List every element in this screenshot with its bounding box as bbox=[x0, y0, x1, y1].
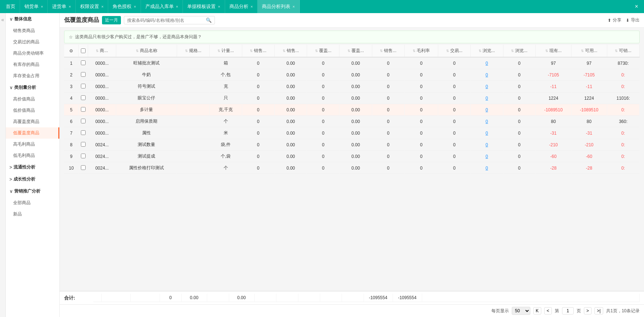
data-table-container[interactable]: ⚙ ⇅商... ⇅商品名称 ⇅规格... ⇅计量... ⇅销售... ⇅销售..… bbox=[64, 45, 640, 291]
main-layout: « ∨ 整体信息 销售类商品 交易过的商品 商品分类动销率 有库存的商品 库存资… bbox=[0, 13, 644, 317]
export-button[interactable]: ⬇ 导出 bbox=[626, 17, 640, 23]
sidebar-section-category[interactable]: ∨ 类别量分析 bbox=[6, 82, 59, 94]
row-browse1[interactable]: 0 bbox=[471, 104, 503, 116]
row-browse1[interactable]: 0 bbox=[471, 81, 503, 92]
sidebar-item-low-coverage[interactable]: 低覆盖度商品 bbox=[6, 127, 59, 139]
select-all-checkbox[interactable] bbox=[81, 48, 86, 53]
col-current-stock[interactable]: ⇅现有... bbox=[535, 45, 571, 57]
sidebar-item-in-stock[interactable]: 有库存的商品 bbox=[6, 59, 59, 70]
nav-close-permission[interactable]: × bbox=[101, 4, 103, 9]
share-button[interactable]: ⬆ 分享 bbox=[608, 17, 621, 23]
sidebar-item-new-products[interactable]: 新品 bbox=[6, 209, 59, 220]
nav-role-auth[interactable]: 角色授权 × bbox=[108, 0, 141, 13]
row-checkbox[interactable] bbox=[79, 81, 88, 92]
row-browse1[interactable]: 0 bbox=[471, 139, 503, 151]
sidebar-section-marketing[interactable]: ∨ 营销推广分析 bbox=[6, 185, 59, 197]
row-browse1[interactable]: 0 bbox=[471, 127, 503, 139]
col-browse2[interactable]: ⇅浏览... bbox=[503, 45, 535, 57]
row-browse1[interactable]: 0 bbox=[471, 116, 503, 127]
share-icon: ⬆ bbox=[608, 18, 611, 23]
nav-close-template[interactable]: × bbox=[218, 4, 220, 9]
row-checkbox[interactable] bbox=[79, 92, 88, 104]
sidebar-item-stock-capital[interactable]: 库存资金占用 bbox=[6, 70, 59, 82]
row-sales-amount: 0.00 bbox=[274, 162, 307, 174]
sidebar-section-growth[interactable]: > 成长性分析 bbox=[6, 173, 59, 185]
nav-close-analysis-list[interactable]: × bbox=[292, 4, 295, 9]
row-checkbox[interactable] bbox=[79, 57, 88, 69]
sidebar-item-high-margin[interactable]: 高毛利商品 bbox=[6, 139, 59, 150]
sidebar-item-low-value[interactable]: 低价值商品 bbox=[6, 105, 59, 116]
row-sellable: 8730: bbox=[607, 57, 639, 69]
sidebar-toggle-button[interactable]: « bbox=[0, 13, 6, 317]
per-page-select[interactable]: 50 10 20 100 bbox=[512, 307, 530, 315]
row-browse1[interactable]: 0 bbox=[471, 92, 503, 104]
search-input[interactable] bbox=[127, 18, 206, 23]
row-sales-amount: 0.00 bbox=[274, 81, 307, 92]
col-available-stock[interactable]: ⇅可用... bbox=[571, 45, 607, 57]
table-row: 2 0000... 牛奶 个,包 0 0.00 0 0.00 0 0 0 0 0… bbox=[64, 69, 640, 81]
nav-finished-goods[interactable]: 产成品入库单 × bbox=[141, 0, 183, 13]
col-browse1[interactable]: ⇅浏览... bbox=[471, 45, 503, 57]
col-cover1[interactable]: ⇅覆盖... bbox=[307, 45, 339, 57]
row-browse1[interactable]: 0 bbox=[471, 151, 503, 162]
sidebar-section-overall[interactable]: ∨ 整体信息 bbox=[6, 13, 59, 25]
col-spec[interactable]: ⇅规格... bbox=[177, 45, 209, 57]
nav-close-role[interactable]: × bbox=[134, 4, 136, 9]
row-name: 眼宝公仔 bbox=[116, 92, 177, 104]
nav-close-analysis[interactable]: × bbox=[251, 4, 253, 9]
current-page-input[interactable] bbox=[562, 307, 574, 314]
col-sales-qty[interactable]: ⇅销售... bbox=[242, 45, 274, 57]
nav-sales-order[interactable]: 销货单 × bbox=[20, 0, 48, 13]
prev-page-button[interactable]: < bbox=[544, 307, 552, 314]
col-checkbox-all[interactable] bbox=[79, 45, 88, 57]
sidebar-section-liquidity[interactable]: > 流通性分析 bbox=[6, 161, 59, 173]
row-code: 0000... bbox=[88, 69, 116, 81]
row-checkbox[interactable] bbox=[79, 104, 88, 116]
row-browse1[interactable]: 0 bbox=[471, 69, 503, 81]
nav-close-sales-order[interactable]: × bbox=[41, 4, 43, 9]
nav-home[interactable]: 首页 bbox=[1, 0, 20, 13]
sidebar-item-low-margin[interactable]: 低毛利商品 bbox=[6, 150, 59, 161]
nav-product-analysis-list[interactable]: 商品分析列表 × bbox=[258, 0, 299, 13]
row-checkbox[interactable] bbox=[79, 69, 88, 81]
col-code[interactable]: ⇅商... bbox=[88, 45, 116, 57]
page-word: 页 bbox=[577, 308, 581, 314]
sidebar-item-traded-products[interactable]: 交易过的商品 bbox=[6, 36, 59, 48]
sidebar-item-sales-products[interactable]: 销售类商品 bbox=[6, 25, 59, 36]
last-page-button[interactable]: >| bbox=[594, 307, 603, 314]
nav-purchase-order[interactable]: 进货单 × bbox=[48, 0, 75, 13]
nav-permission[interactable]: 权限设置 × bbox=[76, 0, 108, 13]
window-close-button[interactable]: × bbox=[631, 0, 643, 13]
nav-close-purchase[interactable]: × bbox=[68, 4, 71, 9]
first-page-button[interactable]: K bbox=[533, 307, 541, 314]
col-sales3[interactable]: ⇅销售... bbox=[372, 45, 404, 57]
nav-close-finished[interactable]: × bbox=[176, 4, 178, 9]
sidebar-item-high-coverage[interactable]: 高覆盖度商品 bbox=[6, 116, 59, 127]
info-banner: ☆ 这类商品只有很少客户购买过，是推广不够，还是商品本身问题？ bbox=[64, 31, 640, 43]
row-checkbox[interactable] bbox=[79, 116, 88, 127]
row-browse1[interactable]: 0 bbox=[471, 57, 503, 69]
row-browse1[interactable]: 0 bbox=[471, 162, 503, 174]
col-sellable[interactable]: ⇅可销... bbox=[607, 45, 639, 57]
time-filter-button[interactable]: 近一月 bbox=[102, 16, 121, 24]
col-cover2[interactable]: ⇅覆盖... bbox=[339, 45, 372, 57]
col-trade[interactable]: ⇅交易... bbox=[438, 45, 471, 57]
next-page-button[interactable]: > bbox=[584, 307, 592, 314]
sidebar-item-category-rate[interactable]: 商品分类动销率 bbox=[6, 48, 59, 59]
row-checkbox[interactable] bbox=[79, 139, 88, 151]
nav-doc-template[interactable]: 单据模板设置 × bbox=[183, 0, 225, 13]
col-gross-margin[interactable]: ⇅毛利率 bbox=[404, 45, 438, 57]
sidebar-item-all-products[interactable]: 全部商品 bbox=[6, 197, 59, 209]
sidebar-item-high-value[interactable]: 高价值商品 bbox=[6, 94, 59, 105]
row-checkbox[interactable] bbox=[79, 162, 88, 174]
col-name[interactable]: ⇅商品名称 bbox=[116, 45, 177, 57]
col-unit[interactable]: ⇅计量... bbox=[209, 45, 242, 57]
footer-total-label: 合计: bbox=[64, 295, 93, 301]
per-page-label: 每页显示 bbox=[491, 308, 509, 314]
row-cover1: 0 bbox=[307, 116, 339, 127]
nav-product-analysis[interactable]: 商品分析 × bbox=[225, 0, 258, 13]
row-checkbox[interactable] bbox=[79, 127, 88, 139]
col-sales-amount[interactable]: ⇅销售... bbox=[274, 45, 307, 57]
col-settings[interactable]: ⚙ bbox=[64, 45, 79, 57]
row-checkbox[interactable] bbox=[79, 151, 88, 162]
